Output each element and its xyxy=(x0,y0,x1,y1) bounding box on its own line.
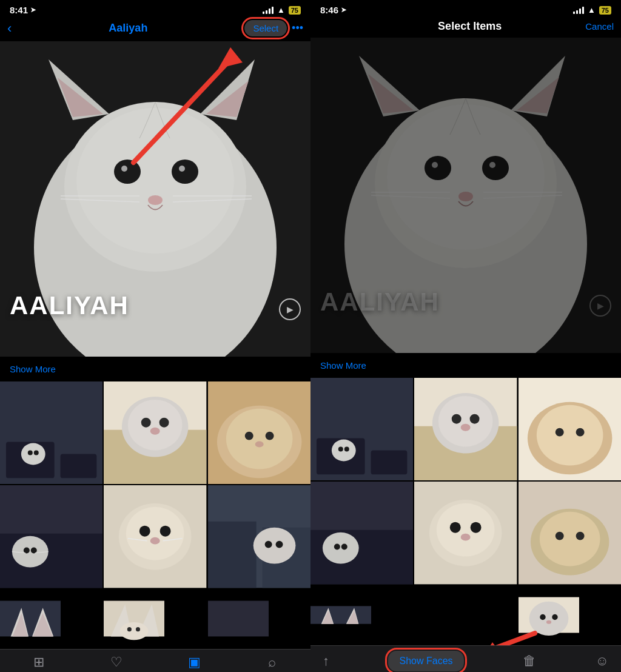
svg-point-8 xyxy=(114,160,141,184)
right-photo-grid xyxy=(310,378,621,585)
more-toolbar-button[interactable]: ☺ xyxy=(596,653,609,669)
svg-point-103 xyxy=(537,405,603,466)
svg-point-29 xyxy=(141,418,151,428)
back-button[interactable]: ‹ xyxy=(7,21,12,36)
svg-rect-59 xyxy=(0,600,61,636)
svg-point-121 xyxy=(576,532,584,540)
svg-point-91 xyxy=(332,440,356,462)
tab-for-you[interactable]: ♡ For You xyxy=(78,654,155,672)
svg-point-37 xyxy=(255,442,263,448)
left-photo-grid-row3 xyxy=(0,588,310,649)
svg-point-68 xyxy=(127,627,132,631)
svg-rect-54 xyxy=(208,522,257,588)
svg-point-36 xyxy=(265,432,274,440)
svg-point-131 xyxy=(546,620,551,623)
right-hero-area: AALIYAH ▶ xyxy=(310,38,621,353)
r-photo-cell-4[interactable] xyxy=(310,482,413,584)
photo-cell-3[interactable] xyxy=(208,381,310,484)
selection-toolbar: ↑ Show Faces 🗑 ☺ xyxy=(310,645,621,672)
svg-point-24 xyxy=(34,451,39,455)
left-time: 8:41 ➤ xyxy=(10,5,36,15)
right-phone-panel: 8:46 ➤ ▲ 75 Select Items Cancel xyxy=(310,0,621,672)
svg-point-23 xyxy=(28,451,33,455)
signal-bar-4 xyxy=(272,7,274,14)
svg-rect-122 xyxy=(310,606,371,623)
left-nav-title: Aaliyah xyxy=(109,22,147,35)
delete-button[interactable]: 🗑 xyxy=(523,653,536,669)
right-signal-bars xyxy=(573,7,584,14)
tab-search[interactable]: ⌕ Search xyxy=(233,654,310,672)
r-photo-cell-2[interactable] xyxy=(414,378,517,480)
svg-marker-133 xyxy=(483,642,502,645)
svg-point-7 xyxy=(76,108,234,254)
photo-cell-7[interactable] xyxy=(0,588,61,649)
svg-point-104 xyxy=(555,428,563,437)
photo-cell-1[interactable] xyxy=(0,381,102,484)
left-show-more[interactable]: Show More xyxy=(0,357,310,381)
svg-point-119 xyxy=(540,512,600,566)
library-icon: ⊞ xyxy=(33,654,44,670)
tab-library[interactable]: ⊞ Library xyxy=(0,654,78,672)
right-show-more[interactable]: Show More xyxy=(310,353,621,378)
share-button[interactable]: ↑ xyxy=(323,653,329,669)
svg-point-35 xyxy=(244,432,253,440)
for-you-icon: ♡ xyxy=(110,654,123,670)
r-photo-cell-7[interactable] xyxy=(310,585,371,645)
svg-point-113 xyxy=(437,503,495,557)
r-signal-bar-3 xyxy=(579,8,581,14)
right-status-bar: 8:46 ➤ ▲ 75 xyxy=(310,0,621,18)
svg-point-31 xyxy=(150,428,160,435)
tab-albums[interactable]: ▣ Albums xyxy=(155,654,233,672)
left-tab-bar: ⊞ Library ♡ For You ▣ Albums ⌕ Search xyxy=(0,649,310,672)
left-hero-label: AALIYAH xyxy=(10,291,129,320)
left-nav-actions: Select ••• xyxy=(244,20,303,36)
left-nav-bar: ‹ Aaliyah Select ••• xyxy=(0,18,310,41)
show-faces-button[interactable]: Show Faces xyxy=(388,651,463,671)
svg-point-69 xyxy=(136,627,140,631)
search-tab-icon: ⌕ xyxy=(268,654,276,670)
select-button[interactable]: Select xyxy=(244,20,287,36)
svg-point-57 xyxy=(264,541,272,548)
svg-point-99 xyxy=(470,414,480,424)
svg-point-22 xyxy=(21,443,45,465)
r-photo-cell-1[interactable] xyxy=(310,378,413,480)
left-battery: 75 xyxy=(289,6,301,15)
r-signal-bar-4 xyxy=(582,7,584,14)
signal-bar-2 xyxy=(266,10,267,14)
svg-rect-70 xyxy=(208,600,269,636)
left-photo-grid xyxy=(0,381,310,588)
svg-point-40 xyxy=(12,536,49,568)
svg-point-12 xyxy=(148,195,163,205)
photo-cell-2[interactable] xyxy=(104,381,206,484)
photo-cell-9[interactable] xyxy=(208,588,269,649)
svg-point-114 xyxy=(450,522,461,533)
right-status-icons: ▲ 75 xyxy=(573,5,611,15)
svg-point-93 xyxy=(344,447,349,452)
left-hero-area: AALIYAH ▶ xyxy=(0,41,310,357)
photo-cell-4[interactable] xyxy=(0,485,102,588)
smiley-icon: ☺ xyxy=(596,653,609,669)
left-play-button[interactable]: ▶ xyxy=(279,298,301,320)
r-signal-bar-2 xyxy=(576,10,578,14)
albums-icon: ▣ xyxy=(188,654,201,670)
left-status-icons: ▲ 75 xyxy=(263,5,301,15)
svg-point-56 xyxy=(253,528,295,564)
photo-cell-8[interactable] xyxy=(104,588,164,649)
right-time-text: 8:46 xyxy=(320,5,338,15)
photo-cell-5[interactable] xyxy=(104,485,206,588)
cancel-button[interactable]: Cancel xyxy=(585,21,614,32)
r-photo-cell-8[interactable] xyxy=(519,585,579,645)
r-photo-cell-6[interactable] xyxy=(519,482,621,584)
svg-point-116 xyxy=(461,534,471,541)
svg-point-98 xyxy=(452,414,462,424)
svg-point-100 xyxy=(461,424,471,431)
right-nav-bar: Select Items Cancel xyxy=(310,18,621,38)
photo-cell-6[interactable] xyxy=(208,485,310,588)
r-photo-cell-3[interactable] xyxy=(519,378,621,480)
r-photo-cell-5[interactable] xyxy=(414,482,517,584)
svg-point-110 xyxy=(341,544,347,550)
svg-point-48 xyxy=(139,526,150,537)
left-status-bar: 8:41 ➤ ▲ 75 xyxy=(0,0,310,18)
left-time-text: 8:41 xyxy=(10,5,28,15)
more-button[interactable]: ••• xyxy=(292,22,303,35)
